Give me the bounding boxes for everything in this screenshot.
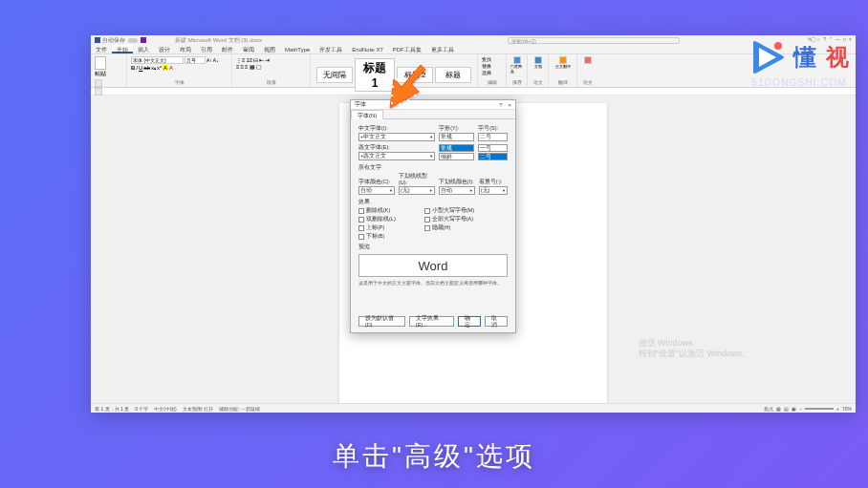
replace-button[interactable]: 替换 [482, 63, 502, 69]
paper-icon[interactable] [584, 56, 592, 64]
tab-view[interactable]: 视图 [259, 45, 280, 53]
baidu-icon[interactable] [513, 56, 521, 64]
zoom-in-icon[interactable]: + [836, 406, 839, 412]
font-grow-icon[interactable]: A↑ [206, 57, 212, 63]
tab-layout[interactable]: 布局 [175, 45, 196, 53]
numbering-icon[interactable]: 1≡ [247, 57, 253, 63]
word-count[interactable]: 0 个字 [135, 406, 148, 412]
wenku-label: 文档 [534, 64, 542, 69]
trans-icon[interactable] [559, 56, 567, 64]
focus-mode[interactable]: 焦点 [764, 406, 773, 412]
indent-inc-icon[interactable]: ⇥ [265, 56, 270, 63]
trans-group-label: 翻译 [553, 79, 573, 85]
copy-icon[interactable] [95, 88, 102, 95]
chk-strike[interactable]: 删除线(K) [358, 207, 396, 214]
align-right-icon[interactable]: ≡ [245, 64, 249, 70]
wenku-icon[interactable] [534, 56, 542, 64]
style-select[interactable]: 常规 [439, 133, 474, 141]
view-print-icon[interactable]: ▦ [776, 406, 781, 412]
align-center-icon[interactable]: ≡ [241, 64, 245, 70]
emphasis-select[interactable]: (无)▼ [479, 186, 508, 195]
accessibility-indicator[interactable]: 辅助功能: 一切就绪 [219, 406, 260, 412]
multilevel-icon[interactable]: ⊟ [253, 56, 258, 63]
chk-double-strike[interactable]: 双删除线(L) [358, 216, 396, 223]
shading-icon[interactable]: ▦ [250, 63, 255, 70]
font-name-select[interactable]: 宋体 (中文正文) [131, 56, 184, 64]
paragraph-group: ⋮≡ 1≡ ⊟ ⇤ ⇥ ≡ ≡ ≡ ▦ ▢ 段落 [232, 54, 311, 87]
strike-icon[interactable]: ab [143, 65, 150, 71]
tab-home[interactable]: 开始 [112, 45, 133, 53]
tab-pdf[interactable]: PDF工具集 [388, 45, 426, 53]
paste-icon[interactable] [95, 56, 106, 70]
tab-insert[interactable]: 插入 [133, 45, 154, 53]
btn-text-effects[interactable]: 文字效果(E)... [409, 316, 454, 327]
underline-icon[interactable]: U [139, 65, 142, 71]
watermark-line1: 激活 Windows [639, 338, 750, 350]
chk-hidden[interactable]: 隐藏(H) [424, 224, 474, 231]
font-size-select[interactable]: 五号 [184, 56, 206, 64]
tab-review[interactable]: 审阅 [238, 45, 259, 53]
brand-url: 51DONGSHI.COM [751, 77, 847, 88]
chk-superscript[interactable]: 上标(P) [358, 224, 396, 231]
style-list-item1[interactable]: 常规 [439, 144, 474, 152]
tab-dev[interactable]: 开发工具 [315, 45, 347, 53]
style-list-item2[interactable]: 倾斜 [439, 153, 474, 160]
sub-icon[interactable]: x₂ [151, 64, 156, 71]
select-button[interactable]: 选择 [482, 70, 502, 75]
brand-text: 懂 视 [793, 42, 849, 73]
view-read-icon[interactable]: ▤ [784, 406, 789, 412]
autosave-toggle[interactable] [128, 38, 138, 43]
ruler[interactable] [91, 88, 856, 95]
chk-allcaps[interactable]: 全部大写字母(A) [424, 216, 474, 223]
borders-icon[interactable]: ▢ [256, 63, 262, 70]
page-count[interactable]: 第 1 页，共 1 页 [95, 406, 129, 412]
sup-icon[interactable]: x² [157, 65, 162, 71]
style-nospacing[interactable]: 无间隔 [316, 67, 353, 83]
highlight-icon[interactable]: A [163, 65, 168, 71]
en-font-select[interactable]: +西文正文▼ [358, 152, 435, 160]
fontcolor-icon[interactable]: A [169, 65, 173, 71]
tab-endnote[interactable]: EndNote X7 [347, 45, 387, 53]
tab-references[interactable]: 引用 [196, 45, 217, 53]
zoom-slider[interactable] [805, 408, 834, 410]
size-list-item2[interactable]: 二号 [478, 153, 508, 160]
bullets-icon[interactable]: ⋮≡ [236, 56, 246, 63]
size-list-item1[interactable]: 一号 [478, 144, 508, 152]
tab-more[interactable]: 更多工具 [426, 45, 459, 53]
dialog-close-icon[interactable]: × [508, 102, 511, 108]
tab-mathtype[interactable]: MathType [280, 45, 315, 53]
dialog-help-icon[interactable]: ? [499, 102, 502, 108]
btn-ok[interactable]: 确定 [458, 316, 481, 327]
search-input[interactable]: 搜索(Alt+Q) [508, 37, 680, 44]
font-shrink-icon[interactable]: A↓ [213, 57, 219, 63]
view-web-icon[interactable]: ▣ [792, 406, 796, 412]
btn-default[interactable]: 设为默认值(D) [358, 316, 405, 327]
zoom-out-icon[interactable]: − [799, 406, 802, 412]
size-select[interactable]: 二号 [478, 133, 508, 141]
lang-indicator[interactable]: 中文(中国) [154, 406, 176, 412]
underline-select[interactable]: (无)▼ [399, 186, 435, 195]
chk-smallcaps[interactable]: 小型大写字母(M) [424, 207, 474, 214]
dialog-tab-font[interactable]: 字体(N) [351, 110, 383, 119]
bold-icon[interactable]: B [131, 65, 135, 71]
italic-icon[interactable]: I [136, 65, 138, 71]
font-color-select[interactable]: 自动▼ [358, 186, 395, 195]
close-icon[interactable]: × [849, 36, 852, 43]
indent-dec-icon[interactable]: ⇤ [259, 56, 264, 63]
baidu-group: 百度网盘 保存 [507, 54, 528, 87]
style-title[interactable]: 标题 [435, 67, 471, 83]
underline-color-select[interactable]: 自动▼ [439, 186, 475, 195]
predict-indicator[interactable]: 文本预测: 打开 [183, 406, 214, 412]
chk-subscript[interactable]: 下标(B) [358, 233, 396, 240]
tab-mailings[interactable]: 邮件 [217, 45, 238, 53]
zoom-level[interactable]: 70% [842, 406, 852, 412]
align-left-icon[interactable]: ≡ [236, 64, 240, 70]
find-button[interactable]: 查找 [482, 56, 502, 62]
tab-design[interactable]: 设计 [154, 45, 175, 53]
cn-font-select[interactable]: +中文正文▼ [358, 133, 435, 141]
preview-box: Word [358, 254, 508, 277]
save-icon[interactable] [141, 37, 146, 43]
tab-file[interactable]: 文件 [91, 45, 112, 53]
cut-icon[interactable] [95, 79, 102, 87]
btn-cancel[interactable]: 取消 [485, 316, 508, 327]
